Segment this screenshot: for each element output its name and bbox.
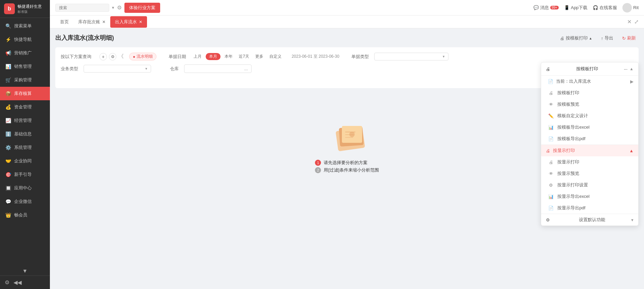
- sidebar-item-9[interactable]: ⚙️系统管理: [0, 141, 50, 154]
- sidebar-item-8[interactable]: ℹ️基础信息: [0, 127, 50, 141]
- dropdown-item-4[interactable]: 📄按模板导出pdf: [541, 133, 638, 144]
- dropdown-section2-item-1[interactable]: 👁按显示预览: [541, 168, 638, 179]
- message-btn[interactable]: 💬 消息 99+: [533, 5, 559, 11]
- settings-icon[interactable]: ⚙: [5, 279, 9, 286]
- user-avatar-btn[interactable]: Rit: [622, 3, 639, 12]
- more-dots[interactable]: ···: [624, 67, 627, 72]
- date-tab-更多[interactable]: 更多: [253, 53, 265, 60]
- dropdown-section2-item-3[interactable]: 📊按显示导出excel: [541, 191, 638, 202]
- collapse-sidebar-icon[interactable]: ◀◀: [13, 279, 22, 286]
- warehouse-select[interactable]: ...: [184, 64, 252, 73]
- sidebar-scroll-down[interactable]: ▼: [0, 267, 50, 275]
- dropdown-section2-item-4[interactable]: 📄按显示导出pdf: [541, 202, 638, 214]
- item-label-1: 按模板预览: [557, 101, 579, 107]
- sidebar-item-14[interactable]: 👑畅会员: [0, 208, 50, 222]
- dropdown-section2-item-0[interactable]: 🖨按显示打印: [541, 156, 638, 168]
- topbar-gear-icon[interactable]: ⚙: [117, 4, 122, 11]
- filter-settings-btn[interactable]: ⚙: [109, 53, 116, 60]
- refresh-btn[interactable]: ↻ 刷新: [619, 34, 639, 43]
- tab-controls: ✕ ⤢: [627, 19, 639, 25]
- filter-actions: + ⚙ 《: [99, 53, 124, 60]
- sidebar-item-4[interactable]: 🛒采购管理: [0, 73, 50, 87]
- business-type-select[interactable]: ▾: [84, 65, 151, 73]
- search-chevron-icon[interactable]: ▾: [112, 5, 114, 10]
- customer-service-btn[interactable]: 🎧 在线客服: [593, 5, 617, 11]
- date-tab-本年[interactable]: 本年: [223, 53, 235, 60]
- date-tab-上月[interactable]: 上月: [192, 53, 204, 60]
- sidebar-item-12[interactable]: 🔲应用中心: [0, 181, 50, 195]
- nav-label-5: 库存核算: [14, 90, 32, 97]
- dropdown-current-item[interactable]: 📄 当前：出入库流水 ▶: [541, 76, 638, 87]
- filter-add-btn[interactable]: +: [99, 53, 107, 60]
- type-chevron-icon: ▾: [443, 54, 445, 59]
- scroll-down-btn[interactable]: ▼: [22, 268, 28, 274]
- date-tab-自定义[interactable]: 自定义: [267, 53, 284, 60]
- page-content: 出入库流水(流水明细) 🖨 按模板打印 ▲ ↑ 导出 ↻ 刷新 按以下方案查询: [50, 28, 644, 289]
- search-input[interactable]: [55, 4, 109, 12]
- dropdown-item-2[interactable]: ✏️模板自定义设计: [541, 110, 638, 122]
- current-arrow-right-icon: ▶: [630, 79, 634, 84]
- sidebar-item-11[interactable]: 🎯新手引导: [0, 168, 50, 181]
- export-btn[interactable]: ↑ 导出: [598, 34, 616, 43]
- nav-label-1: 快捷导航: [14, 36, 32, 43]
- sidebar-item-6[interactable]: 💰资金管理: [0, 100, 50, 114]
- current-item-icon: 📄: [548, 79, 553, 84]
- nav-label-6: 资金管理: [14, 104, 32, 110]
- dropdown-section2-item-2[interactable]: ⚙按显示打印设置: [541, 179, 638, 191]
- sidebar-item-1[interactable]: ⚡快捷导航: [0, 33, 50, 46]
- topbar: ▾ ⚙ 体验行业方案 💬 消息 99+ 📱 App下载 🎧 在线客服 Rit: [50, 0, 644, 16]
- sidebar-item-7[interactable]: 📈经营管理: [0, 114, 50, 127]
- expand-icon[interactable]: ⤢: [634, 19, 639, 25]
- dropdown-item-3[interactable]: 📊按模板导出excel: [541, 122, 638, 133]
- sidebar-item-0[interactable]: 🔍搜索菜单: [0, 19, 50, 33]
- date-tab-本月[interactable]: 本月: [206, 53, 221, 60]
- date-label: 单据日期: [169, 54, 186, 60]
- tab-close-inventory[interactable]: ✕: [102, 20, 106, 24]
- filter-tag-flow[interactable]: ● 流水明细: [129, 53, 156, 60]
- nav-icon-1: ⚡: [5, 36, 11, 43]
- dropdown-item-1[interactable]: 👁按模板预览: [541, 99, 638, 110]
- type-label: 单据类型: [351, 54, 369, 60]
- message-icon: 💬: [533, 5, 539, 10]
- sidebar-item-10[interactable]: 🤝企业协同: [0, 154, 50, 168]
- nav-icon-3: 📊: [5, 63, 11, 70]
- s2-icon-2: ⚙: [548, 182, 554, 188]
- dropdown-up-arrow-icon[interactable]: ▲: [630, 67, 634, 71]
- sidebar-item-3[interactable]: 📊销售管理: [0, 60, 50, 73]
- document-type-select[interactable]: ▾: [374, 53, 448, 60]
- item-icon-1: 👁: [548, 101, 554, 107]
- dropdown-item-0[interactable]: 🖨按模板打印: [541, 87, 638, 99]
- tab-stock-flow[interactable]: 出入库流水 ✕: [110, 16, 147, 28]
- sidebar-item-5[interactable]: 📦库存核算: [0, 87, 50, 100]
- empty-step-2: 2 用[过滤]条件来缩小分析范围: [315, 167, 379, 173]
- app-download-btn[interactable]: 📱 App下载: [564, 5, 587, 11]
- print-template-btn[interactable]: 🖨 按模板打印 ▲: [557, 34, 595, 43]
- nav-icon-11: 🎯: [5, 171, 11, 178]
- close-all-icon[interactable]: ✕: [627, 19, 632, 25]
- warehouse-more-icon: ...: [244, 66, 248, 71]
- sidebar: b 畅捷通好生意 标准版 🔍搜索菜单⚡快捷导航📢营销推广📊销售管理🛒采购管理📦库…: [0, 0, 50, 289]
- tab-close-stock-flow[interactable]: ✕: [139, 20, 142, 24]
- bottom-arrow-icon: ▾: [631, 217, 634, 222]
- empty-step-1: 1 请先选择要分析的方案: [315, 160, 379, 166]
- date-tab-近7天[interactable]: 近7天: [237, 53, 251, 60]
- empty-illustration: [330, 119, 364, 153]
- step-1-num: 1: [315, 160, 321, 166]
- tab-inventory-batch[interactable]: 库存批次账 ✕: [74, 16, 110, 28]
- dropdown-bottom[interactable]: ⚙ 设置默认功能 ▾: [541, 214, 638, 226]
- nav-icon-7: 📈: [5, 117, 11, 124]
- print-chevron-up-icon: ▲: [589, 36, 592, 40]
- item-icon-4: 📄: [548, 136, 554, 142]
- filter-tag-icon: ●: [133, 54, 135, 59]
- sidebar-item-2[interactable]: 📢营销推广: [0, 46, 50, 60]
- section2-header[interactable]: 🖨 按显示打印 ▲: [541, 145, 638, 156]
- nav-label-4: 采购管理: [14, 77, 32, 83]
- tab-home[interactable]: 首页: [55, 16, 74, 28]
- filter-row-1: 按以下方案查询 + ⚙ 《 ● 流水明细 单据日期 上月本月本年近7天更多自定义…: [61, 53, 633, 60]
- trial-btn[interactable]: 体验行业方案: [124, 3, 160, 13]
- nav-icon-8: ℹ️: [5, 131, 11, 137]
- topbar-right: 💬 消息 99+ 📱 App下载 🎧 在线客服 Rit: [533, 3, 639, 12]
- s2-label-3: 按显示导出excel: [557, 193, 589, 200]
- sidebar-item-13[interactable]: 💬企业微信: [0, 195, 50, 208]
- filter-collapse-icon[interactable]: 《: [118, 53, 124, 60]
